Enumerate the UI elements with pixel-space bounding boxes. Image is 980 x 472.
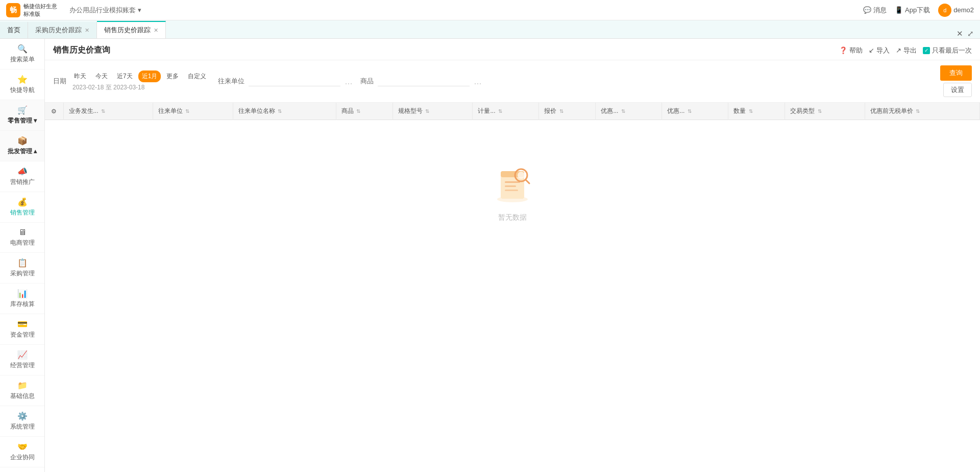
date-range-block: 昨天 今天 近7天 近1月 更多 自定义 2023-02-18 至 2023-0… [70, 70, 210, 92]
date-filter-group: 日期 昨天 今天 近7天 近1月 更多 自定义 2023-02-18 至 202… [53, 70, 210, 92]
partner-filter-label: 往来单位 [218, 77, 244, 86]
tab-sales-history[interactable]: 销售历史价跟踪 ✕ [97, 21, 166, 38]
empty-state: 暂无数据 [45, 120, 980, 263]
sidebar-label-purchase: 采购管理 [10, 269, 35, 278]
sidebar-label-inventory: 库存核算 [10, 300, 35, 309]
wholesale-icon: 📦 [17, 136, 28, 146]
th-discount1[interactable]: 优惠... ⇅ [596, 103, 662, 120]
sidebar-label-retail: 零售管理 ▾ [8, 116, 37, 125]
sidebar-item-purchase-mgmt[interactable]: 📋 采购管理 [0, 253, 44, 284]
th-pre-tax[interactable]: 优惠前无税单价 ⇅ [865, 103, 979, 120]
sidebar-item-operations[interactable]: 📈 经营管理 [0, 345, 44, 375]
sidebar-item-guide[interactable]: 🎯 新手引导 [0, 467, 44, 472]
retail-icon: 🛒 [17, 105, 28, 115]
tab-bar-actions: ✕ ⤢ [957, 29, 980, 38]
th-settings[interactable]: ⚙ [45, 103, 63, 120]
th-trade-type[interactable]: 交易类型 ⇅ [785, 103, 865, 120]
th-discount2[interactable]: 优惠... ⇅ [662, 103, 728, 120]
page-actions: ❓ 帮助 ↙ 导入 ↗ 导出 ✓ 只看最后一次 [839, 46, 972, 55]
marketing-icon: 📣 [17, 167, 28, 176]
query-button[interactable]: 查询 [940, 65, 972, 81]
svg-rect-5 [505, 190, 518, 191]
content-area: 销售历史价查询 ❓ 帮助 ↙ 导入 ↗ 导出 ✓ 只看最后一次 [45, 39, 980, 472]
purchase-icon: 📋 [17, 258, 28, 268]
sidebar-item-enterprise[interactable]: 🤝 企业协同 [0, 437, 44, 467]
date-btn-custom[interactable]: 自定义 [184, 70, 210, 82]
settings-button[interactable]: 设置 [943, 83, 972, 97]
filter-bar: 日期 昨天 今天 近7天 近1月 更多 自定义 2023-02-18 至 202… [45, 60, 980, 103]
inventory-icon: 📊 [17, 289, 28, 298]
tab-home-label: 首页 [7, 26, 20, 35]
th-product[interactable]: 商品 ⇅ [336, 103, 393, 120]
sidebar-item-retail-mgmt[interactable]: 🛒 零售管理 ▾ [0, 100, 44, 131]
partner-input[interactable] [249, 76, 340, 86]
sidebar: 🔍 搜索菜单 ⭐ 快捷导航 🛒 零售管理 ▾ 📦 批发管理 ▴ 📣 营销推广 💰… [0, 39, 45, 472]
th-biz-date[interactable]: 业务发生... ⇅ [63, 103, 153, 120]
help-icon: ❓ [839, 46, 847, 54]
th-spec[interactable]: 规格型号 ⇅ [393, 103, 473, 120]
tab-close-all-icon[interactable]: ✕ [957, 29, 963, 38]
date-btn-yesterday[interactable]: 昨天 [70, 70, 90, 82]
export-btn[interactable]: ↗ 导出 [896, 46, 917, 55]
date-btn-1month[interactable]: 近1月 [138, 70, 161, 82]
logo-icon: 畅 [6, 3, 20, 17]
tab-bar: 首页 采购历史价跟踪 ✕ 销售历史价跟踪 ✕ ✕ ⤢ [0, 20, 980, 39]
date-btn-more[interactable]: 更多 [163, 70, 182, 82]
sidebar-item-search-menu[interactable]: 🔍 搜索菜单 [0, 39, 44, 69]
tab-purchase-close[interactable]: ✕ [85, 27, 89, 34]
system-icon: ⚙️ [17, 411, 28, 421]
date-btn-today[interactable]: 今天 [92, 70, 111, 82]
export-icon: ↗ [896, 46, 901, 54]
svg-line-7 [526, 180, 529, 183]
sidebar-item-marketing[interactable]: 📣 营销推广 [0, 161, 44, 192]
sidebar-item-basic-info[interactable]: 📁 基础信息 [0, 375, 44, 406]
date-btn-7days[interactable]: 近7天 [113, 70, 136, 82]
sidebar-item-ecommerce[interactable]: 🖥 电商管理 [0, 223, 44, 253]
sidebar-item-wholesale-mgmt[interactable]: 📦 批发管理 ▴ [0, 131, 44, 161]
sidebar-label-wholesale: 批发管理 ▴ [8, 147, 37, 156]
search-icon: 🔍 [17, 44, 28, 54]
page-title: 销售历史价查询 [53, 45, 110, 56]
sidebar-label-ecommerce: 电商管理 [10, 239, 35, 247]
enterprise-icon: 🤝 [17, 442, 28, 452]
sidebar-label-system: 系统管理 [10, 422, 35, 431]
filter-right-actions: 查询 设置 [940, 65, 972, 97]
logo-area: 畅 畅捷信好生意 标准版 [6, 3, 57, 17]
app-download-btn[interactable]: 📱 App下载 [895, 6, 930, 15]
th-partner-name[interactable]: 往来单位名称 ⇅ [233, 103, 336, 120]
product-filter-group: 商品 ... [360, 76, 481, 87]
tab-home[interactable]: 首页 [0, 22, 28, 38]
sidebar-item-inventory[interactable]: 📊 库存核算 [0, 284, 44, 314]
user-avatar[interactable]: d demo2 [938, 4, 974, 17]
breadcrumb-arrow: ▾ [138, 6, 141, 14]
th-qty[interactable]: 数量 ⇅ [728, 103, 785, 120]
partner-dots[interactable]: ... [345, 76, 352, 87]
breadcrumb-text: 办公用品行业模拟账套 [69, 6, 136, 15]
ecommerce-icon: 🖥 [18, 228, 27, 237]
top-bar: 畅 畅捷信好生意 标准版 办公用品行业模拟账套 ▾ 💬 消息 📱 App下载 d… [0, 0, 980, 20]
product-dots[interactable]: ... [474, 76, 481, 87]
sidebar-label-enterprise: 企业协同 [10, 453, 35, 462]
import-btn[interactable]: ↙ 导入 [869, 46, 890, 55]
operations-icon: 📈 [17, 350, 28, 360]
th-quote[interactable]: 报价 ⇅ [539, 103, 596, 120]
product-input[interactable] [378, 76, 470, 86]
tab-purchase-history[interactable]: 采购历史价跟踪 ✕ [28, 22, 97, 38]
top-bar-right: 💬 消息 📱 App下载 d demo2 [863, 4, 974, 17]
partner-filter-group: 往来单位 ... [218, 76, 352, 87]
sidebar-item-sales-mgmt[interactable]: 💰 销售管理 [0, 192, 44, 223]
tab-sales-close[interactable]: ✕ [154, 27, 158, 34]
sidebar-item-system-mgmt[interactable]: ⚙️ 系统管理 [0, 406, 44, 437]
sales-icon: 💰 [17, 197, 28, 207]
tab-maximize-icon[interactable]: ⤢ [967, 29, 974, 38]
th-unit[interactable]: 计量... ⇅ [473, 103, 539, 120]
data-table: ⚙ 业务发生... ⇅ 往来单位 ⇅ 往来单位名称 ⇅ 商品 ⇅ 规格型号 ⇅ … [45, 103, 980, 120]
sidebar-item-finance[interactable]: 💳 资金管理 [0, 314, 44, 345]
th-partner-code[interactable]: 往来单位 ⇅ [153, 103, 233, 120]
message-btn[interactable]: 💬 消息 [863, 6, 887, 15]
only-last-toggle[interactable]: ✓ 只看最后一次 [923, 46, 972, 55]
sidebar-item-quick-nav[interactable]: ⭐ 快捷导航 [0, 69, 44, 100]
help-btn[interactable]: ❓ 帮助 [839, 46, 863, 55]
table-area: ⚙ 业务发生... ⇅ 往来单位 ⇅ 往来单位名称 ⇅ 商品 ⇅ 规格型号 ⇅ … [45, 103, 980, 472]
sidebar-label-search: 搜索菜单 [10, 55, 35, 64]
